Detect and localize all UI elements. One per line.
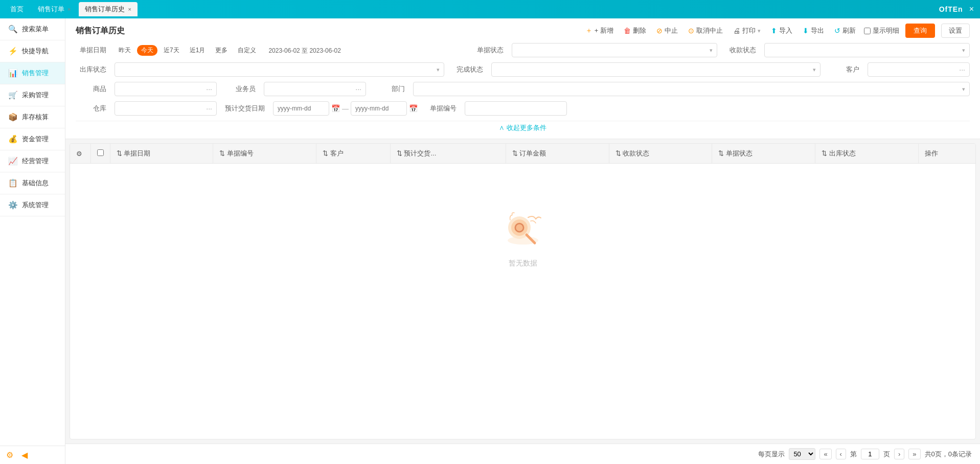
sidebar-item-quick-nav[interactable]: ⚡ 快捷导航 bbox=[0, 40, 65, 62]
col-date-text: 单据日期 bbox=[124, 149, 150, 157]
sidebar-item-system-mgmt[interactable]: ⚙️ 系统管理 bbox=[0, 194, 65, 216]
tab-sales-order-history-close[interactable]: × bbox=[128, 6, 131, 12]
setting-button[interactable]: 设置 bbox=[941, 24, 970, 38]
pay-status-select[interactable]: ▾ bbox=[764, 43, 970, 57]
sidebar-settings-icon[interactable]: ⚙ bbox=[6, 450, 13, 460]
sales-person-select[interactable]: ··· bbox=[264, 82, 366, 96]
tab-home-label: 首页 bbox=[10, 5, 24, 14]
sidebar-item-capital-mgmt[interactable]: 💰 资金管理 bbox=[0, 128, 65, 150]
department-select[interactable]: ▾ bbox=[413, 82, 970, 96]
date-btn-today[interactable]: 今天 bbox=[137, 45, 157, 56]
toolbar: ＋ + 新增 🗑 删除 ⊘ 中止 ⊙ 取消中止 bbox=[583, 24, 970, 38]
col-amount-sort-icon: ⇅ bbox=[512, 149, 520, 157]
empty-state-cell: 暂无数据 bbox=[70, 164, 975, 310]
date-btn-7days[interactable]: 近7天 bbox=[159, 45, 184, 56]
sidebar-collapse-icon[interactable]: ◀ bbox=[21, 450, 28, 460]
date-btn-yesterday[interactable]: 昨天 bbox=[115, 45, 135, 56]
import-button[interactable]: ⬆ 导入 bbox=[769, 25, 794, 36]
col-order-no-text: 单据编号 bbox=[227, 149, 254, 157]
col-order-no: ⇅ 单据编号 bbox=[213, 144, 316, 164]
col-expected-sort-icon: ⇅ bbox=[397, 149, 404, 157]
col-pay-status: ⇅ 收款状态 bbox=[609, 144, 712, 164]
col-customer-sort-icon: ⇅ bbox=[323, 149, 330, 157]
expected-date-to[interactable] bbox=[351, 101, 407, 116]
cal-from-icon[interactable]: 📅 bbox=[331, 104, 340, 113]
date-dash: — bbox=[342, 105, 349, 113]
display-toggle-checkbox[interactable] bbox=[864, 28, 871, 34]
date-btn-more[interactable]: 更多 bbox=[211, 45, 232, 56]
sidebar-item-purchase-mgmt[interactable]: 🛒 采购管理 bbox=[0, 84, 65, 106]
order-status-select[interactable]: ▾ bbox=[512, 43, 717, 57]
product-select[interactable]: ··· bbox=[115, 82, 217, 96]
sidebar-item-base-info[interactable]: 📋 基础信息 bbox=[0, 172, 65, 194]
print-button[interactable]: 🖨 打印 ▾ bbox=[731, 25, 763, 36]
sidebar-bottom: ⚙ ◀ bbox=[0, 446, 65, 464]
system-mgmt-icon: ⚙️ bbox=[8, 201, 18, 210]
cancel-stop-button[interactable]: ⊙ 取消中止 bbox=[686, 25, 725, 36]
first-page-button[interactable]: « bbox=[819, 449, 831, 459]
filter-row-1: 单据日期 昨天 今天 近7天 近1月 更多 自定义 2023-06-02 至 2… bbox=[76, 43, 970, 57]
col-order-sort-icon: ⇅ bbox=[718, 149, 726, 157]
sidebar-item-ops-mgmt-label: 经营管理 bbox=[22, 157, 49, 166]
date-btn-1month[interactable]: 近1月 bbox=[186, 45, 210, 56]
order-no-input[interactable] bbox=[465, 101, 567, 116]
delete-button[interactable]: 🗑 删除 bbox=[622, 25, 648, 36]
sidebar-item-search-menu[interactable]: 🔍 搜索菜单 bbox=[0, 18, 65, 40]
stop-button[interactable]: ⊘ 中止 bbox=[654, 25, 680, 36]
sidebar-item-purchase-mgmt-label: 采购管理 bbox=[22, 91, 49, 100]
cal-to-icon[interactable]: 📅 bbox=[409, 104, 418, 113]
pay-status-chevron-icon: ▾ bbox=[962, 47, 965, 54]
customer-dots-icon[interactable]: ··· bbox=[959, 65, 965, 74]
empty-state: 暂无数据 bbox=[70, 164, 975, 309]
refresh-button[interactable]: ↺ 刷新 bbox=[832, 25, 858, 36]
cancel-stop-icon: ⊙ bbox=[688, 27, 694, 35]
new-button[interactable]: ＋ + 新增 bbox=[583, 25, 616, 36]
empty-text: 暂无数据 bbox=[509, 259, 537, 268]
quick-nav-icon: ⚡ bbox=[8, 47, 18, 56]
warehouse-dots-icon[interactable]: ··· bbox=[206, 104, 212, 113]
prev-page-button[interactable]: ‹ bbox=[836, 449, 846, 459]
display-toggle[interactable]: 显示明细 bbox=[864, 26, 899, 35]
col-settings[interactable]: ⚙ bbox=[70, 144, 90, 164]
date-btn-custom[interactable]: 自定义 bbox=[234, 45, 260, 56]
page-size-select[interactable]: 50 10 20 100 bbox=[789, 448, 815, 460]
sidebar-item-ops-mgmt[interactable]: 📈 经营管理 bbox=[0, 150, 65, 172]
sidebar-item-inventory[interactable]: 📦 库存核算 bbox=[0, 106, 65, 128]
window-close-button[interactable]: × bbox=[967, 5, 976, 14]
complete-status-select[interactable]: ▾ bbox=[491, 62, 821, 77]
pay-status-label: 收款状态 bbox=[725, 46, 756, 55]
sales-person-dots-icon[interactable]: ··· bbox=[355, 85, 361, 93]
empty-illustration bbox=[500, 205, 546, 251]
tab-sales-order-close[interactable]: × bbox=[67, 6, 71, 12]
col-date-label: ⇅ bbox=[117, 149, 124, 157]
export-button[interactable]: ⬇ 导出 bbox=[801, 25, 826, 36]
expected-date-from[interactable] bbox=[273, 101, 329, 116]
customer-select[interactable]: ··· bbox=[868, 62, 970, 77]
collapse-label: ∧ 收起更多条件 bbox=[499, 124, 546, 131]
export-label: 导出 bbox=[811, 26, 824, 35]
col-checkbox bbox=[90, 144, 110, 164]
col-customer: ⇅ 客户 bbox=[316, 144, 391, 164]
order-status-chevron-icon: ▾ bbox=[710, 47, 713, 54]
tab-sales-order[interactable]: 销售订单 × bbox=[32, 2, 77, 16]
warehouse-select[interactable]: ··· bbox=[115, 101, 217, 116]
query-button[interactable]: 查询 bbox=[905, 24, 935, 38]
sidebar-item-sales-mgmt[interactable]: 📊 销售管理 bbox=[0, 62, 65, 84]
product-dots-icon[interactable]: ··· bbox=[206, 85, 212, 93]
next-page-button[interactable]: › bbox=[894, 449, 904, 459]
tab-home[interactable]: 首页 bbox=[4, 2, 30, 16]
page-number-input[interactable] bbox=[861, 449, 879, 459]
select-all-checkbox[interactable] bbox=[97, 149, 104, 156]
last-page-button[interactable]: » bbox=[908, 449, 920, 459]
col-expected-date-text: 预计交货... bbox=[404, 149, 436, 157]
search-menu-icon: 🔍 bbox=[8, 25, 18, 34]
display-toggle-label: 显示明细 bbox=[873, 26, 899, 35]
order-status-label: 单据状态 bbox=[473, 46, 504, 55]
out-status-select[interactable]: ▾ bbox=[115, 62, 444, 77]
collapse-bar[interactable]: ∧ 收起更多条件 bbox=[76, 121, 970, 135]
col-date: ⇅ 单据日期 bbox=[110, 144, 213, 164]
stop-icon: ⊘ bbox=[656, 27, 663, 35]
sales-mgmt-icon: 📊 bbox=[8, 69, 18, 78]
tab-sales-order-history[interactable]: 销售订单历史 × bbox=[79, 2, 137, 16]
top-bar: 首页 销售订单 × 销售订单历史 × OfTEn × bbox=[0, 0, 980, 18]
